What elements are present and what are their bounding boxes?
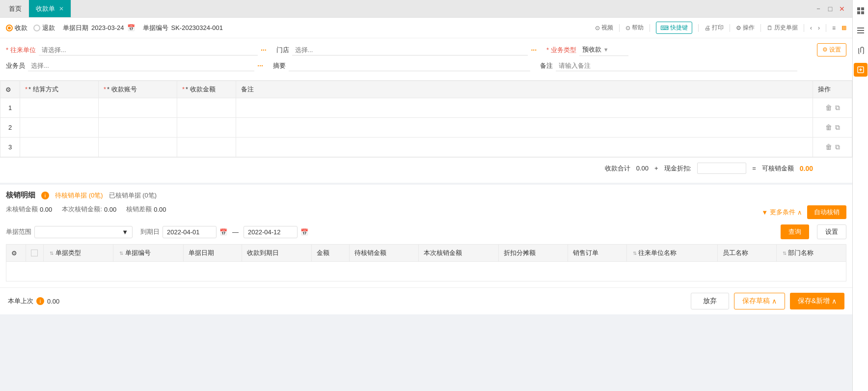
btcol-settings[interactable]: ⚙: [6, 245, 26, 262]
row-2-account[interactable]: [99, 118, 177, 138]
row-1-amount[interactable]: [177, 98, 236, 118]
sidebar-icon-active[interactable]: [854, 63, 868, 77]
svg-rect-3: [861, 11, 864, 14]
filter-range-label: 单据范围: [6, 227, 31, 236]
close-button[interactable]: ✕: [838, 4, 846, 13]
row-2-copy-btn[interactable]: ⧉: [835, 123, 840, 132]
row-2-delete-btn[interactable]: 🗑: [825, 123, 832, 132]
tab-receipt-close[interactable]: ✕: [59, 5, 64, 12]
tab-home[interactable]: 首页: [2, 0, 29, 17]
calendar-to-icon[interactable]: 📅: [300, 228, 308, 236]
row-1-copy-btn[interactable]: ⧉: [835, 104, 840, 112]
verify-info-icon[interactable]: i: [41, 192, 49, 199]
summary-input[interactable]: [289, 60, 530, 71]
auto-verify-button[interactable]: 自动核销: [807, 205, 846, 219]
store-input[interactable]: [292, 45, 528, 56]
tab-pending[interactable]: 待核销单据 (0笔): [55, 191, 103, 200]
bottom-table: ⚙ ⇅ 单据类型 ⇅ 单据编号: [6, 244, 846, 281]
store-more-btn[interactable]: ···: [531, 46, 537, 54]
abandon-button[interactable]: 放弃: [691, 293, 729, 309]
table-settings-col[interactable]: ⚙: [0, 81, 20, 98]
plus-sign: +: [654, 165, 658, 172]
action-list[interactable]: ≡: [832, 25, 836, 31]
row-3-account[interactable]: [99, 138, 177, 157]
remark-input[interactable]: [556, 60, 797, 71]
btcol-dept: ⇅ 部门名称: [776, 245, 846, 262]
tab-done-label: 已核销单据: [109, 192, 141, 199]
row-2-payment[interactable]: [20, 118, 99, 138]
footer-info-icon[interactable]: i: [36, 297, 44, 305]
filter-date-to[interactable]: [244, 226, 298, 238]
sidebar-icon-list[interactable]: [854, 24, 868, 37]
tab-pending-count: (0笔): [89, 192, 103, 199]
filter-settings-button[interactable]: 设置: [817, 224, 846, 239]
date-value: 2023-03-24: [91, 24, 124, 31]
action-next[interactable]: ›: [818, 25, 820, 31]
form-section: * 往来单位 ··· 门店 ··· * 业务类型 预收款 ▼ ⚙ 设置: [0, 38, 852, 81]
row-2-action: 🗑 ⧉: [813, 118, 852, 138]
action-history-label: 历史单据: [774, 24, 798, 32]
business-type-select[interactable]: 预收款 ▼: [579, 44, 628, 56]
save-draft-label: 保存草稿: [742, 297, 770, 306]
date-field: 单据日期 2023-03-24 📅: [63, 24, 135, 32]
tab-done[interactable]: 已核销单据 (0笔): [109, 191, 157, 200]
sidebar-icon-grid[interactable]: [854, 4, 868, 18]
action-prev[interactable]: ‹: [810, 25, 812, 31]
filter-date-from[interactable]: [163, 226, 217, 238]
history-icon: 🗒: [767, 25, 773, 31]
counterparty-input[interactable]: [39, 45, 258, 56]
maximize-button[interactable]: □: [826, 4, 835, 13]
tab-receipt[interactable]: 收款单 ✕: [29, 0, 71, 17]
row-1-num: 1: [0, 98, 20, 118]
summary-field: 摘要: [273, 60, 530, 71]
col-amount: ** 收款金额: [177, 81, 236, 98]
filter-range-select[interactable]: ▼: [34, 226, 133, 238]
sidebar-icon-attachment[interactable]: [854, 43, 868, 57]
select-all-checkbox[interactable]: [31, 250, 38, 256]
action-print[interactable]: 🖨 打印: [705, 24, 724, 32]
row-1-remark[interactable]: [236, 98, 813, 118]
row-3-delete-btn[interactable]: 🗑: [825, 143, 832, 151]
row-1-account[interactable]: [99, 98, 177, 118]
action-video[interactable]: ⊙ 视频: [595, 24, 613, 32]
tab-home-label: 首页: [9, 4, 22, 13]
save-new-button[interactable]: 保存&新增 ∧: [790, 293, 844, 309]
docno-field: 单据编号 SK-20230324-001: [143, 24, 223, 32]
remark-label: 备注: [540, 61, 553, 70]
action-grid[interactable]: ⊞: [841, 25, 846, 31]
row-1-action: 🗑 ⧉: [813, 98, 852, 118]
salesperson-more-btn[interactable]: ···: [257, 62, 263, 70]
row-3-copy-btn[interactable]: ⧉: [835, 143, 840, 151]
salesperson-input[interactable]: [28, 60, 254, 71]
form-row-2: 业务员 ··· 摘要 备注: [6, 60, 846, 71]
business-type-field: * 业务类型 预收款 ▼: [546, 44, 807, 56]
action-help[interactable]: ⊙ 帮助: [625, 24, 644, 32]
form-settings-button[interactable]: ⚙ 设置: [817, 43, 846, 56]
calendar-from-icon[interactable]: 📅: [219, 228, 227, 236]
minimize-button[interactable]: －: [814, 4, 823, 13]
row-2-remark[interactable]: [236, 118, 813, 138]
verify-title: 核销明细: [6, 191, 35, 200]
action-history[interactable]: 🗒 历史单据: [767, 24, 798, 32]
row-1-payment[interactable]: [20, 98, 99, 118]
radio-receive[interactable]: 收款: [6, 24, 27, 32]
discount-input[interactable]: [697, 163, 746, 174]
radio-refund[interactable]: 退款: [33, 24, 55, 32]
save-draft-button[interactable]: 保存草稿 ∧: [734, 293, 785, 309]
filter-more-link[interactable]: ▼ 更多条件 ∧: [761, 208, 802, 217]
row-1-delete-btn[interactable]: 🗑: [825, 104, 832, 112]
salesperson-label: 业务员: [6, 61, 25, 70]
calendar-icon[interactable]: 📅: [127, 24, 135, 31]
radio-refund-label: 退款: [42, 24, 55, 32]
filter-range-field: 单据范围 ▼: [6, 226, 133, 238]
query-button[interactable]: 查询: [781, 224, 809, 239]
row-3-remark[interactable]: [236, 138, 813, 157]
shortcut-button[interactable]: ⌨ 快捷键: [656, 22, 692, 34]
row-2-amount[interactable]: [177, 118, 236, 138]
action-operation[interactable]: ⚙ 操作: [736, 24, 755, 32]
op-icon: ⚙: [736, 25, 741, 31]
row-3-payment[interactable]: [20, 138, 99, 157]
row-3-amount[interactable]: [177, 138, 236, 157]
counterparty-more-btn[interactable]: ···: [261, 46, 267, 54]
btcol-amount: 金额: [311, 245, 349, 262]
